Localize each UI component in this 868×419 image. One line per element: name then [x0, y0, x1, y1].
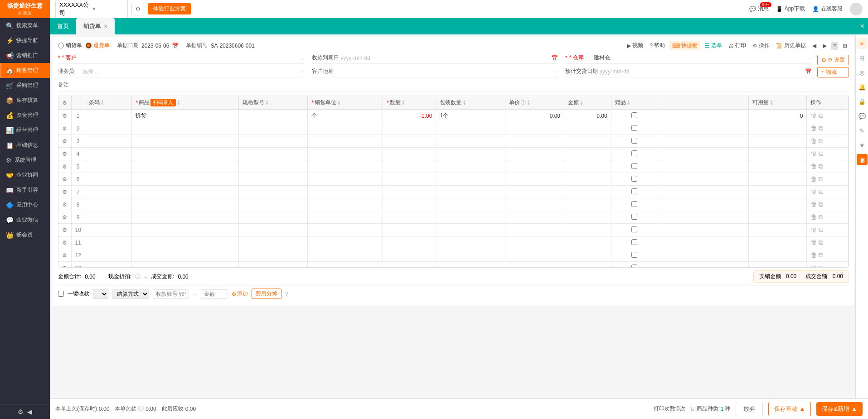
row-gift-0[interactable]: [611, 110, 658, 122]
row-pack-qty-10[interactable]: [436, 236, 505, 249]
row-copy-btn-3[interactable]: ⧉: [819, 150, 823, 158]
row-product-0[interactable]: 拆货: [132, 110, 238, 122]
row-gift-7[interactable]: [611, 198, 658, 211]
amount-input[interactable]: [201, 289, 228, 299]
address-more-btn[interactable]: ···: [553, 68, 558, 75]
row-quantity-0[interactable]: -1.00: [383, 110, 436, 122]
row-desc-6[interactable]: [658, 186, 749, 198]
row-delete-btn-10[interactable]: 🗑: [810, 239, 817, 246]
row-gift-11[interactable]: [611, 249, 658, 262]
row-settings-2[interactable]: ⚙: [58, 135, 71, 148]
row-delete-btn-7[interactable]: 🗑: [810, 201, 817, 208]
gift-checkbox-1[interactable]: [631, 125, 637, 131]
row-barcode-10[interactable]: [85, 236, 132, 249]
row-gift-4[interactable]: [611, 160, 658, 173]
message-btn[interactable]: 💬 消息 99+: [749, 5, 769, 13]
row-unit-price-7[interactable]: [505, 198, 564, 211]
row-gift-10[interactable]: [611, 236, 658, 249]
row-unit-price-11[interactable]: [505, 249, 564, 262]
row-desc-0[interactable]: [658, 110, 749, 122]
row-copy-btn-10[interactable]: ⧉: [819, 239, 823, 246]
sidebar-item-appstore[interactable]: 🔷 应用中心: [0, 197, 50, 212]
card-view-btn[interactable]: ⊞: [841, 42, 849, 50]
row-spec-7[interactable]: [238, 198, 307, 211]
company-settings-btn[interactable]: ⚙: [131, 3, 144, 15]
trial-button[interactable]: 体验行业方案: [148, 3, 191, 14]
sidebar-item-shortcut[interactable]: ⚡ 快捷导航: [0, 33, 50, 48]
help-btn[interactable]: ? 帮助: [648, 41, 667, 50]
customer-address-input[interactable]: [336, 68, 552, 75]
row-product-5[interactable]: [132, 173, 238, 186]
row-pack-qty-6[interactable]: [436, 186, 505, 198]
company-selector[interactable]: XXXXXX公司 ▾: [55, 0, 128, 19]
account-input[interactable]: [153, 289, 189, 299]
row-quantity-11[interactable]: [383, 249, 436, 262]
one-click-payment-checkbox[interactable]: [58, 291, 64, 297]
row-barcode-7[interactable]: [85, 198, 132, 211]
account-select[interactable]: 结算方式: [112, 289, 149, 299]
right-panel-grid-btn[interactable]: ⊞: [857, 53, 868, 63]
row-quantity-7[interactable]: [383, 198, 436, 211]
receipt-date-input[interactable]: [341, 55, 550, 61]
row-desc-9[interactable]: [658, 224, 749, 236]
row-amount-5[interactable]: [564, 173, 611, 186]
row-copy-btn-1[interactable]: ⧉: [819, 125, 823, 132]
row-product-7[interactable]: [132, 198, 238, 211]
row-gift-2[interactable]: [611, 135, 658, 148]
right-panel-chat-btn[interactable]: 💬: [857, 111, 868, 121]
row-amount-8[interactable]: [564, 211, 611, 224]
logistics-button[interactable]: + 物流: [817, 67, 849, 77]
row-delete-btn-0[interactable]: 🗑: [810, 112, 817, 120]
sidebar-item-member[interactable]: 👑 畅会员: [0, 227, 50, 242]
row-gift-9[interactable]: [611, 224, 658, 236]
row-copy-btn-7[interactable]: ⧉: [819, 201, 823, 208]
row-product-10[interactable]: [132, 236, 238, 249]
row-desc-5[interactable]: [658, 173, 749, 186]
row-spec-12[interactable]: [238, 262, 307, 268]
sidebar-item-search[interactable]: 🔍 搜索菜单: [0, 18, 50, 33]
gift-checkbox-3[interactable]: [631, 150, 637, 156]
row-quantity-8[interactable]: [383, 211, 436, 224]
row-barcode-2[interactable]: [85, 135, 132, 148]
row-barcode-9[interactable]: [85, 224, 132, 236]
gift-checkbox-2[interactable]: [631, 138, 637, 144]
prev-btn[interactable]: ◀: [810, 42, 818, 50]
row-delete-btn-12[interactable]: 🗑: [810, 264, 817, 268]
save-new-button[interactable]: 保存&新增 ▲: [816, 402, 863, 416]
row-settings-4[interactable]: ⚙: [58, 160, 71, 173]
row-settings-12[interactable]: ⚙: [58, 262, 71, 268]
row-delete-btn-6[interactable]: 🗑: [810, 188, 817, 196]
print-btn[interactable]: 🖨 打印: [727, 41, 748, 50]
gift-checkbox-10[interactable]: [631, 239, 637, 245]
customer-address-input-wrapper[interactable]: [336, 68, 552, 75]
row-desc-7[interactable]: [658, 198, 749, 211]
delivery-date-calendar-icon[interactable]: 📅: [805, 68, 812, 75]
row-pack-qty-5[interactable]: [436, 173, 505, 186]
gift-checkbox-8[interactable]: [631, 214, 637, 220]
row-product-6[interactable]: [132, 186, 238, 198]
row-spec-8[interactable]: [238, 211, 307, 224]
sidebar-item-wechat[interactable]: 💬 企业微信: [0, 212, 50, 227]
sidebar-item-purchase[interactable]: 🛒 采购管理: [0, 78, 50, 93]
row-amount-1[interactable]: [564, 122, 611, 135]
close-all-tabs-btn[interactable]: ×: [860, 22, 864, 30]
operate-btn[interactable]: ⚙ 操作: [751, 41, 771, 50]
row-sales-unit-2[interactable]: [308, 135, 383, 148]
row-barcode-5[interactable]: [85, 173, 132, 186]
row-gift-1[interactable]: [611, 122, 658, 135]
row-quantity-9[interactable]: [383, 224, 436, 236]
delivery-date-input-wrapper[interactable]: [600, 68, 803, 75]
row-pack-qty-4[interactable]: [436, 160, 505, 173]
row-pack-qty-12[interactable]: [436, 262, 505, 268]
row-barcode-8[interactable]: [85, 211, 132, 224]
row-pack-qty-8[interactable]: [436, 211, 505, 224]
sidebar-settings-btn[interactable]: ⚙: [18, 408, 24, 415]
row-copy-btn-9[interactable]: ⧉: [819, 226, 823, 234]
row-amount-0[interactable]: 0.00: [564, 110, 611, 122]
row-quantity-5[interactable]: [383, 173, 436, 186]
video-btn[interactable]: ▶ 视频: [625, 41, 645, 50]
row-gift-6[interactable]: [611, 186, 658, 198]
row-sales-unit-11[interactable]: [308, 249, 383, 262]
row-delete-btn-8[interactable]: 🗑: [810, 213, 817, 221]
row-spec-11[interactable]: [238, 249, 307, 262]
